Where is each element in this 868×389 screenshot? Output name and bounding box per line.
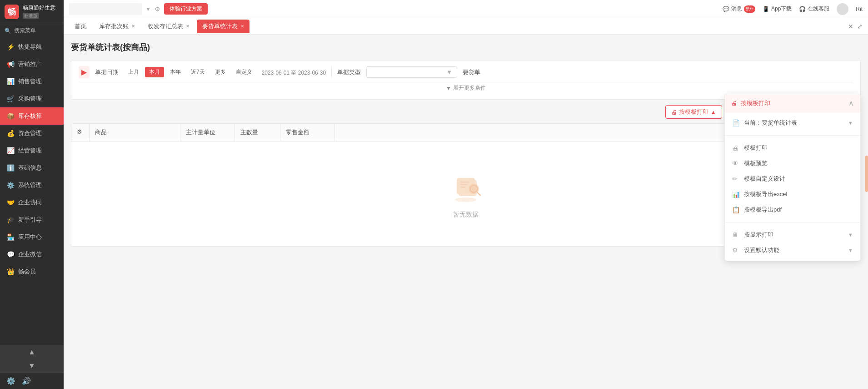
tab-order-stats[interactable]: 要货单统计表 ✕ xyxy=(197,20,249,33)
col-quantity: 主数量 xyxy=(235,124,280,141)
app-logo: 畅 畅康通好生意 标准版 xyxy=(0,0,64,23)
sidebar-item-finance[interactable]: 💰 资金管理 xyxy=(0,125,64,142)
current-icon: 📄 xyxy=(732,119,739,126)
dropdown-display-print[interactable]: 🖥 按显示打印 ▼ xyxy=(725,227,860,242)
col-product: 商品 xyxy=(90,124,180,141)
tab-inventory-batch[interactable]: 库存批次账 ✕ xyxy=(94,20,140,33)
tab-close-inventory-batch[interactable]: ✕ xyxy=(131,24,135,29)
set-default-arrow: ▼ xyxy=(848,248,853,253)
guide-icon: 🎓 xyxy=(6,216,15,224)
trial-btn[interactable]: 体验行业方案 xyxy=(164,3,208,15)
dropdown-set-default[interactable]: ⚙ 设置默认功能 ▼ xyxy=(725,242,860,258)
svg-rect-8 xyxy=(460,187,466,187)
dropdown-close-btn[interactable]: ∧ xyxy=(848,99,854,107)
sidebar-item-purchase[interactable]: 🛒 采购管理 xyxy=(0,90,64,107)
export-pdf-icon: 📋 xyxy=(732,206,739,213)
date-filter-label: 单据日期 xyxy=(95,68,119,76)
svg-rect-6 xyxy=(460,182,469,182)
dropdown-title-area: 🖨 按模板打印 xyxy=(731,99,770,107)
tab-close-order-stats[interactable]: ✕ xyxy=(240,24,244,29)
settings-footer-icon[interactable]: ⚙️ xyxy=(6,377,15,385)
dropdown-item-template-print[interactable]: 🖨 模板打印 xyxy=(725,140,860,156)
dropdown-current-item[interactable]: 📄 当前：要货单统计表 ▼ xyxy=(725,115,860,131)
dropdown-section-current: 📄 当前：要货单统计表 ▼ xyxy=(725,112,860,133)
sidebar-item-quick-nav[interactable]: ⚡ 快捷导航 xyxy=(0,38,64,56)
divider-1 xyxy=(725,135,860,136)
sidebar-scroll-down[interactable]: ▼ xyxy=(0,359,64,373)
sidebar-item-guide[interactable]: 🎓 新手引导 xyxy=(0,211,64,228)
date-btn-7days[interactable]: 近7天 xyxy=(187,67,209,77)
management-icon: 📈 xyxy=(6,147,15,155)
sidebar-item-inventory[interactable]: 📦 库存核算 xyxy=(0,107,64,125)
right-scrollbar[interactable] xyxy=(865,156,868,192)
sidebar-item-sales[interactable]: 📊 销售管理 xyxy=(0,73,64,90)
user-avatar[interactable] xyxy=(837,3,848,15)
download-icon: 📱 xyxy=(763,6,769,12)
sidebar-item-system[interactable]: ⚙️ 系统管理 xyxy=(0,177,64,194)
sidebar-item-member[interactable]: 👑 畅会员 xyxy=(0,263,64,280)
empty-icon xyxy=(448,169,484,205)
print-header-icon: 🖨 xyxy=(731,100,737,106)
sidebar-item-basic-info[interactable]: ℹ️ 基础信息 xyxy=(0,159,64,177)
print-btn[interactable]: 🖨 按模板打印 ▲ xyxy=(665,105,722,119)
sidebar-item-app-center[interactable]: 🏪 应用中心 xyxy=(0,228,64,246)
date-range-display: 2023-06-01 至 2023-06-30 xyxy=(262,69,326,77)
tab-home[interactable]: 首页 xyxy=(69,20,92,33)
col-settings[interactable]: ⚙ xyxy=(71,124,90,141)
system-icon: ⚙️ xyxy=(6,181,15,189)
dropdown-item-template-preview[interactable]: 👁 模板预览 xyxy=(725,156,860,171)
sidebar-item-marketing[interactable]: 📢 营销推广 xyxy=(0,56,64,73)
sidebar-footer: ⚙️ 🔊 xyxy=(0,373,64,389)
dropdown-item-template-design[interactable]: ✏ 模板自定义设计 xyxy=(725,171,860,187)
online-service-btn[interactable]: 🎧 在线客服 xyxy=(799,5,829,13)
app-center-icon: 🏪 xyxy=(6,233,15,241)
current-arrow: ▼ xyxy=(848,120,853,126)
topbar-search[interactable] xyxy=(69,3,142,15)
date-btn-custom[interactable]: 自定义 xyxy=(232,67,256,77)
search-menu-item[interactable]: 🔍 搜索菜单 xyxy=(0,23,64,38)
dropdown-item-export-excel[interactable]: 📊 按模板导出excel xyxy=(725,187,860,202)
window-close-btn[interactable]: ✕ xyxy=(848,23,853,30)
app-download-btn[interactable]: 📱 App下载 xyxy=(763,5,792,13)
dropdown-section-sub: 🖥 按显示打印 ▼ ⚙ 设置默认功能 ▼ xyxy=(725,224,860,261)
dropdown-header: 🖨 按模板打印 ∧ xyxy=(725,94,860,112)
sidebar-item-collab[interactable]: 🤝 企业协同 xyxy=(0,194,64,211)
divider-2 xyxy=(725,222,860,222)
date-btn-this-year[interactable]: 本年 xyxy=(166,67,185,77)
sidebar-item-management[interactable]: 📈 经营管理 xyxy=(0,142,64,159)
inventory-icon: 📦 xyxy=(6,112,15,120)
current-label: 当前：要货单统计表 xyxy=(744,119,797,127)
svg-rect-7 xyxy=(460,184,468,185)
expand-more-icon: ▼ xyxy=(446,85,451,91)
dropdown-item-export-pdf[interactable]: 📋 按模板导出pdf xyxy=(725,202,860,217)
topbar-gear-icon[interactable]: ⚙ xyxy=(155,5,160,13)
window-expand-btn[interactable]: ⤢ xyxy=(857,23,863,30)
tab-summary[interactable]: 收发存汇总表 ✕ xyxy=(142,20,195,33)
sidebar-item-wechat[interactable]: 💬 企业微信 xyxy=(0,246,64,263)
set-default-icon: ⚙ xyxy=(732,247,739,254)
type-select[interactable]: ▼ xyxy=(366,66,457,78)
svg-line-5 xyxy=(478,192,480,195)
topbar-dropdown-arrow[interactable]: ▼ xyxy=(145,6,151,12)
date-btn-last-month[interactable]: 上月 xyxy=(124,67,143,77)
goods-filter-label: 要货单 xyxy=(463,68,480,76)
member-icon: 👑 xyxy=(6,268,15,276)
date-btn-this-month[interactable]: 本月 xyxy=(145,67,164,77)
type-select-arrow: ▼ xyxy=(446,69,452,76)
template-preview-icon: 👁 xyxy=(732,160,739,167)
type-filter-label: 单据类型 xyxy=(337,68,361,76)
dropdown-title: 按模板打印 xyxy=(741,99,770,107)
print-dropdown-panel: 🖨 按模板打印 ∧ 📄 当前：要货单统计表 ▼ 🖨 模板打 xyxy=(724,94,861,261)
expand-icon[interactable]: ▶ xyxy=(79,66,90,78)
main-area: ▼ ⚙ 体验行业方案 💬 消息 99+ 📱 App下载 🎧 在线客服 Rit 首… xyxy=(64,0,868,389)
page-content: 要货单统计表(按商品) ▶ 单据日期 上月 本月 本年 近7天 更多 自定义 2… xyxy=(64,35,868,389)
username-label: Rit xyxy=(856,6,863,12)
filter-row: ▶ 单据日期 上月 本月 本年 近7天 更多 自定义 2023-06-01 至 … xyxy=(79,66,853,78)
speaker-footer-icon[interactable]: 🔊 xyxy=(22,377,31,385)
tab-close-summary[interactable]: ✕ xyxy=(186,24,190,29)
sidebar: 畅 畅康通好生意 标准版 🔍 搜索菜单 ⚡ 快捷导航 📢 营销推广 📊 销售管理… xyxy=(0,0,64,389)
expand-more-btn[interactable]: ▼ 展开更多条件 xyxy=(79,82,853,94)
sidebar-scroll-up[interactable]: ▲ xyxy=(0,345,64,359)
date-btn-more[interactable]: 更多 xyxy=(211,67,230,77)
message-btn[interactable]: 💬 消息 99+ xyxy=(723,5,755,13)
